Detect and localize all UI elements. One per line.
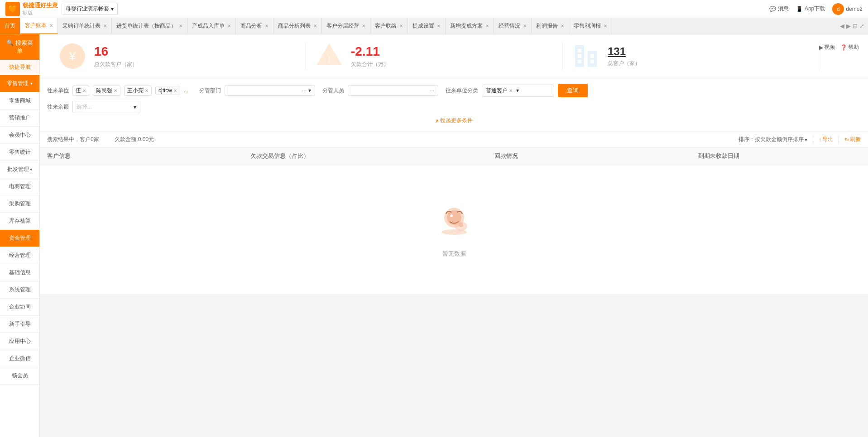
sidebar-item-enterprise-coop[interactable]: 企业协同: [0, 299, 39, 316]
sidebar-search[interactable]: 🔍 搜索菜单: [0, 34, 39, 60]
query-button[interactable]: 查询: [558, 84, 588, 97]
tab-goods-list-label: 商品分析列表: [278, 22, 311, 30]
card-debt: ! -2.11 欠款合计（万）: [306, 42, 562, 71]
sidebar-item-mall[interactable]: 零售商城: [0, 92, 39, 109]
tab-purchase-order[interactable]: 采购订单统计表 ✕: [58, 18, 112, 34]
sidebar-item-marketing[interactable]: 营销推广: [0, 109, 39, 127]
remove-unit2-icon[interactable]: ✕: [114, 88, 117, 93]
sidebar-item-wholesale[interactable]: 批发管理 ▾: [0, 161, 39, 178]
sidebar-item-retail-stats[interactable]: 零售统计: [0, 144, 39, 161]
message-btn[interactable]: 💬 消息: [769, 5, 789, 13]
debt-amount-text: 欠款金额 0.00元: [115, 136, 154, 142]
filter-more-units[interactable]: ...: [184, 87, 188, 94]
collapse-btn[interactable]: ∧ 收起更多条件: [435, 117, 473, 124]
sidebar-item-beginner[interactable]: 新手引导: [0, 316, 39, 333]
sidebar-item-purchase[interactable]: 采购管理: [0, 195, 39, 213]
sidebar-item-app-center[interactable]: 应用中心: [0, 333, 39, 350]
close-icon[interactable]: ✕: [437, 24, 441, 28]
refresh-btn[interactable]: ↻ 刷新: [844, 136, 861, 143]
sidebar-item-system[interactable]: 系统管理: [0, 281, 39, 299]
card2-info: -2.11 欠款合计（万）: [351, 44, 389, 68]
avatar: d: [832, 3, 844, 15]
svg-text:¥: ¥: [68, 49, 76, 63]
filter-tag-unit1[interactable]: 伍 ✕: [72, 86, 89, 96]
tab-scroll-left[interactable]: ◀: [840, 23, 844, 29]
user-menu[interactable]: d demo2: [832, 3, 863, 15]
close-icon[interactable]: ✕: [604, 24, 607, 28]
account-name: 母婴行业演示帐套: [66, 5, 109, 13]
app-download-btn[interactable]: 📱 App下载: [796, 5, 825, 13]
close-icon[interactable]: ✕: [523, 24, 527, 28]
sidebar-item-finance[interactable]: 资金管理: [0, 230, 39, 247]
tab-retail-profit-label: 零售利润报: [574, 22, 601, 30]
sidebar-item-enterprise-wechat[interactable]: 企业微信: [0, 350, 39, 367]
top-bar-left: 🧡 畅捷通好生意 标版 母婴行业演示帐套 ▾: [5, 2, 118, 16]
svg-point-14: [450, 214, 453, 217]
dept-select[interactable]: ··· ▾: [225, 85, 315, 96]
close-icon[interactable]: ✕: [227, 24, 231, 28]
export-btn[interactable]: ↑ 导出: [819, 136, 833, 143]
filter-tag-unit2[interactable]: 陈民强 ✕: [93, 86, 120, 96]
remove-unit4-icon[interactable]: ✕: [173, 88, 177, 93]
tab-customer-tier[interactable]: 客户分层经营 ✕: [322, 18, 370, 34]
sidebar-item-operations[interactable]: 经营管理: [0, 247, 39, 264]
sidebar-vip-label: 畅会员: [12, 372, 28, 379]
remove-unit1-icon[interactable]: ✕: [82, 88, 86, 93]
close-icon[interactable]: ✕: [49, 23, 53, 28]
balance-select[interactable]: 选择... ▾: [72, 101, 140, 113]
tab-scroll-right[interactable]: ▶: [846, 23, 851, 29]
card2-value: -2.11: [351, 44, 389, 59]
top-right-links: ▶ 视频 ❓ 帮助: [819, 42, 859, 71]
tab-minimize[interactable]: ⊟: [853, 23, 858, 29]
remove-unit3-icon[interactable]: ✕: [145, 88, 149, 93]
sidebar-purchase-label: 采购管理: [9, 200, 31, 207]
close-icon[interactable]: ✕: [313, 24, 317, 28]
tab-cost-inbound[interactable]: 产成品入库单 ✕: [187, 18, 236, 34]
tab-inbound-stats[interactable]: 进货单统计表（按商品） ✕: [112, 18, 187, 34]
empty-state: 暂无数据: [40, 165, 868, 294]
tab-goods-analysis-label: 商品分析: [240, 22, 262, 30]
close-icon[interactable]: ✕: [103, 24, 107, 28]
category-select[interactable]: 普通客户 ✕ ▾: [482, 85, 554, 97]
close-icon[interactable]: ✕: [179, 24, 182, 28]
person-select[interactable]: ···: [348, 85, 438, 96]
sort-select[interactable]: 排序：按欠款金额倒序排序 ▾: [739, 136, 807, 143]
close-icon[interactable]: ✕: [399, 24, 403, 28]
tab-operations[interactable]: 经营情况 ✕: [494, 18, 532, 34]
close-icon[interactable]: ✕: [265, 24, 269, 28]
quick-nav[interactable]: 快捷导航: [0, 60, 39, 75]
app-name: 畅捷通好生意: [23, 2, 58, 10]
tab-cost-inbound-label: 产成品入库单: [192, 22, 225, 30]
svg-rect-9: [578, 60, 581, 63]
sidebar-item-retail[interactable]: 零售管理 ▾: [0, 75, 39, 92]
close-icon[interactable]: ✕: [485, 24, 489, 28]
tab-expand[interactable]: ⤢: [859, 23, 864, 29]
tab-boost-settings[interactable]: 提成设置 ✕: [408, 18, 446, 34]
close-icon[interactable]: ✕: [362, 24, 365, 28]
tab-customer-capital[interactable]: 客户账本 ✕: [20, 18, 58, 34]
sidebar-item-basic-info[interactable]: 基础信息: [0, 264, 39, 281]
svg-point-16: [459, 223, 463, 227]
tab-new-boost[interactable]: 新增提成方案 ✕: [446, 18, 494, 34]
remove-category-icon[interactable]: ✕: [509, 88, 513, 93]
tab-customer-contact[interactable]: 客户联络 ✕: [370, 18, 408, 34]
tab-profit-report[interactable]: 利润报告 ✕: [532, 18, 569, 34]
filter-tag-unit4[interactable]: cjttcw ✕: [155, 86, 180, 95]
filter-tag-category[interactable]: 普通客户 ✕: [486, 87, 513, 95]
tab-home[interactable]: 首页: [0, 18, 20, 34]
tab-goods-analysis[interactable]: 商品分析 ✕: [236, 18, 273, 34]
tab-retail-profit[interactable]: 零售利润报 ✕: [569, 18, 612, 34]
sidebar-item-vip[interactable]: 畅会员: [0, 367, 39, 385]
account-selector[interactable]: 母婴行业演示帐套 ▾: [62, 3, 118, 15]
sidebar-item-member[interactable]: 会员中心: [0, 127, 39, 144]
content-area: ¥ 16 总欠款客户（家） ! -2.11 欠款合计（: [40, 34, 868, 437]
tab-goods-list[interactable]: 商品分析列表 ✕: [273, 18, 322, 34]
close-icon[interactable]: ✕: [561, 24, 564, 28]
search-result-info: 搜索结果中，客户0家 欠款金额 0.00元: [47, 136, 154, 143]
sidebar-item-inventory[interactable]: 库存核算: [0, 213, 39, 230]
sidebar-item-ecommerce[interactable]: 电商管理: [0, 178, 39, 195]
svg-text:!: !: [328, 55, 330, 64]
video-link[interactable]: ▶ 视频: [819, 43, 835, 51]
help-link[interactable]: ❓ 帮助: [840, 43, 859, 51]
filter-tag-unit3[interactable]: 王小亮 ✕: [124, 86, 152, 96]
